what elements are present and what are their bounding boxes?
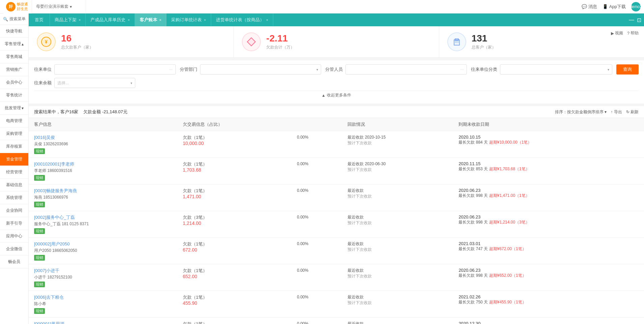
customer-phone: 小进千 18279152100	[34, 274, 172, 280]
table-row: [0006]去下粮仓 陈小希 现销 欠款（1笔） 455.90 0.00%	[29, 291, 644, 318]
company-selector[interactable]: 母婴行业演示账套 ▾	[32, 0, 86, 13]
debt-info-cell: 欠款（1笔） 1,471.00	[177, 184, 291, 211]
sidebar-item-retail-mgmt[interactable]: 零售管理 ▴	[0, 38, 28, 51]
overdue-link[interactable]: 超期¥672.00（1笔）	[489, 246, 526, 251]
filter-input-unit[interactable]: ···	[54, 64, 176, 75]
user-area[interactable]: demo2	[631, 2, 641, 11]
table-row: [000002]用户2050 用户2050 18665062050 现销 欠款（…	[29, 238, 644, 264]
debt-amount[interactable]: 1,703.68	[183, 167, 286, 173]
sidebar-item-vip-member[interactable]: 畅会员	[0, 256, 28, 268]
customer-id-link[interactable]: [0002]服务中心_丁磊	[34, 214, 172, 220]
tab-purchase-product-stats[interactable]: 进货单统计表（按商品） ×	[211, 13, 273, 26]
chevron-down-icon: ▾	[131, 81, 132, 85]
debt-percent: 0.00%	[297, 268, 308, 273]
top-bar-right: 💬 消息 📱 App下载 demo2	[582, 2, 641, 11]
results-info: 搜索结果中，客户16家 欠款金额 -21,148.07元	[34, 109, 128, 115]
th-overdue-date: 到期未收款日期	[453, 118, 644, 131]
debt-amount[interactable]: 1,214.00	[183, 220, 286, 226]
debt-amount[interactable]: 652.00	[183, 274, 286, 279]
collapse-more-btn[interactable]: ▲ 收起更多条件	[34, 91, 639, 99]
filter-select-dept[interactable]: ▾	[200, 64, 321, 75]
tab-customer-ledger[interactable]: 客户账本 ×	[135, 13, 166, 26]
customer-id-link[interactable]: [0006]去下粮仓	[34, 294, 172, 300]
export-btn[interactable]: ↑ 导出	[611, 109, 622, 115]
debt-percent: 0.00%	[297, 321, 308, 324]
tab-purchase-stats[interactable]: 采购订单统计表 ×	[166, 13, 211, 26]
debt-amount[interactable]: 1,471.00	[183, 194, 286, 199]
sidebar-item-quick-nav[interactable]: 快捷导航	[0, 25, 28, 38]
dots-icon: ···	[460, 67, 464, 72]
debt-percent-cell: 0.00%	[291, 291, 342, 318]
sidebar-item-ecommerce[interactable]: 电商管理	[0, 115, 28, 127]
tab-close-icon[interactable]: ×	[128, 18, 130, 22]
filter-select-category[interactable]: ▾	[500, 64, 613, 75]
customer-id-link[interactable]: [0003]畅捷服务尹海燕	[34, 188, 172, 194]
tab-close-icon[interactable]: ×	[204, 18, 206, 22]
overdue-link[interactable]: 超期¥1,214.00（3笔）	[489, 220, 530, 225]
filter-input-person[interactable]: ···	[345, 64, 467, 75]
overdue-cell: 2020.12.30 最长欠款 808 天 超期¥429.00（1笔）	[453, 318, 644, 324]
customer-id-link[interactable]: [0007]小进千	[34, 268, 172, 274]
export-icon: ↑	[611, 110, 613, 114]
filter-select-balance[interactable]: 选择... ▾	[54, 78, 135, 88]
refresh-btn[interactable]: ↻ 刷新	[626, 109, 639, 115]
video-btn[interactable]: ▶ 视频	[611, 30, 623, 36]
customer-id-link[interactable]: [0016]吴俊	[34, 135, 172, 141]
sidebar-item-app-center[interactable]: 应用中心	[0, 230, 28, 243]
customer-id-link[interactable]: [0001020001]李老师	[34, 161, 172, 167]
tab-close-icon[interactable]: ×	[159, 18, 161, 22]
sidebar-item-basic-info[interactable]: 基础信息	[0, 179, 28, 192]
debt-amount[interactable]: 455.90	[183, 300, 286, 306]
overdue-info-row: 最长欠款 998 天 超期¥652.00（1笔）	[458, 273, 639, 278]
sidebar-item-system[interactable]: 系统管理	[0, 192, 28, 204]
tab-product-listing[interactable]: 商品上下架 ×	[50, 13, 86, 26]
sidebar-item-purchase[interactable]: 采购管理	[0, 127, 28, 140]
query-button[interactable]: 查询	[616, 64, 639, 75]
video-icon: ▶	[611, 31, 614, 36]
tab-production-history[interactable]: 产成品入库单历史 ×	[86, 13, 135, 26]
customer-cell: [0001020001]李老师 李老师 18600391516 现销	[29, 158, 177, 184]
sidebar-item-inventory[interactable]: 库存核算	[0, 140, 28, 153]
app-download-btn[interactable]: 📱 App下载	[603, 4, 626, 10]
tab-close-icon[interactable]: ×	[266, 18, 268, 22]
sidebar-item-member[interactable]: 会员中心	[0, 76, 28, 89]
customer-phone: 用户2050 18665062050	[34, 248, 172, 254]
next-collect: 预计下次收款	[347, 273, 448, 279]
help-btn[interactable]: ? 帮助	[627, 30, 639, 36]
tabs-minimize-icon[interactable]: —	[629, 17, 634, 23]
overdue-link[interactable]: 超期¥10,000.00（1笔）	[489, 140, 532, 145]
sidebar-item-marketing[interactable]: 营销推广	[0, 63, 28, 76]
filter-item-category: 往来单位分类 ▾	[471, 64, 613, 75]
customer-id-link[interactable]: [000001]黄思源	[34, 321, 172, 324]
sidebar-search[interactable]: 🔍 搜索菜单	[0, 13, 28, 25]
tabs-expand-icon[interactable]: ⊡	[637, 17, 641, 23]
recent-label: 最近收款	[347, 295, 364, 299]
sidebar-item-wholesale[interactable]: 批发管理 ▾	[0, 102, 28, 115]
debt-amount[interactable]: 10,000.00	[183, 141, 286, 146]
sidebar-item-newbie[interactable]: 新手引导	[0, 217, 28, 230]
overdue-link[interactable]: 超期¥1,471.00（1笔）	[489, 193, 530, 198]
debt-amount[interactable]: 672.00	[183, 247, 286, 253]
message-btn[interactable]: 💬 消息	[582, 4, 597, 10]
sidebar-item-operations[interactable]: 经营管理	[0, 166, 28, 179]
sidebar-label: 营销推广	[6, 67, 22, 72]
overdue-link[interactable]: 超期¥455.90（1笔）	[489, 300, 526, 304]
tab-home[interactable]: 首页	[29, 13, 50, 26]
stat-card-info: 131 总客户（家）	[472, 34, 496, 50]
sidebar-item-wechat[interactable]: 企业微信	[0, 243, 28, 256]
content-area: 首页 商品上下架 × 产成品入库单历史 × 客户账本 × 采购订单统计表 ×	[29, 13, 644, 324]
overdue-link[interactable]: 超期¥1,703.68（1笔）	[489, 167, 530, 171]
sidebar-item-enterprise[interactable]: 企业协同	[0, 204, 28, 217]
overdue-link[interactable]: 超期¥652.00（1笔）	[489, 273, 526, 278]
recent-label: 最近收款	[347, 215, 364, 219]
sort-select[interactable]: 排序：按欠款金额倒序排序 ▾	[555, 109, 607, 115]
stat-icon-money: ¥	[37, 32, 56, 51]
customer-phone: 吴俊 13026203696	[34, 141, 172, 147]
debt-info-cell: 欠款（1笔） 652.00	[177, 264, 291, 291]
sidebar-item-finance[interactable]: 资金管理	[0, 153, 28, 166]
sidebar-item-retail-mall[interactable]: 零售商城	[0, 51, 28, 63]
tab-close-icon[interactable]: ×	[79, 18, 81, 22]
sidebar-item-retail-stats[interactable]: 零售统计	[0, 89, 28, 102]
customer-id-link[interactable]: [000002]用户2050	[34, 241, 172, 247]
sort-label: 排序：按欠款金额倒序排序	[555, 110, 604, 114]
